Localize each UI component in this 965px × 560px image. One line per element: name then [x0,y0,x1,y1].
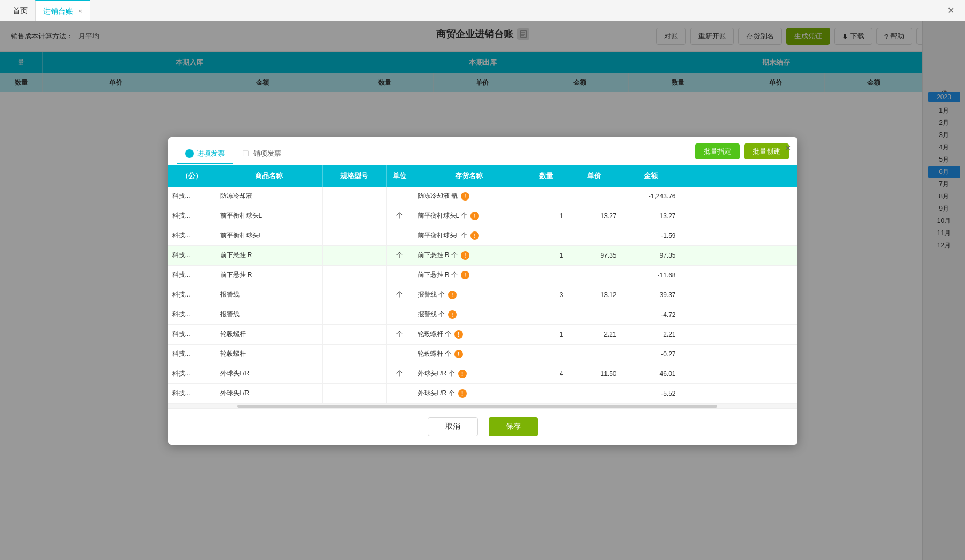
table-cell: 外球头L/R 个! [413,364,525,383]
table-cell: 个 [387,364,413,383]
cancel-button[interactable]: 取消 [428,417,478,436]
table-cell: -1.59 [621,226,680,245]
table-cell: -4.72 [621,305,680,324]
table-row[interactable]: 科技...前平衡杆球头L个前平衡杆球头L 个!113.2713.27 [168,206,797,226]
table-cell: 外球头L/R 个! [413,384,525,403]
table-cell [387,187,413,206]
table-cell: 97.35 [621,246,680,265]
table-cell: 科技... [168,246,216,265]
table-row[interactable]: 科技...前下悬挂 R前下悬挂 R 个!-11.68 [168,266,797,285]
table-cell [323,206,387,226]
modal-dialog: ↑ 进项发票 ☐ 销项发票 批量指定 批量创建 × （公） 商品名称 [168,137,797,445]
table-cell [387,305,413,324]
table-row[interactable]: 科技...报警线报警线 个!-4.72 [168,305,797,325]
table-cell [323,226,387,245]
col-unit: 单位 [387,165,413,187]
warning-icon: ! [470,231,479,240]
table-cell: 1 [525,246,568,265]
table-row[interactable]: 科技...轮毂螺杆轮毂螺杆 个!-0.27 [168,345,797,364]
table-row[interactable]: 科技...前平衡杆球头L前平衡杆球头L 个!-1.59 [168,226,797,246]
col-product-name: 商品名称 [216,165,323,187]
warning-icon: ! [461,271,469,279]
col-company: （公） [168,165,216,187]
col-amount: 金额 [621,165,680,187]
table-cell: 前平衡杆球头L 个! [413,226,525,245]
modal-header: ↑ 进项发票 ☐ 销项发票 批量指定 批量创建 × [168,137,797,165]
table-cell: 39.37 [621,285,680,305]
table-cell: 个 [387,285,413,305]
warning-icon: ! [454,330,463,339]
warning-icon: ! [461,192,469,201]
table-row[interactable]: 科技...外球头L/R外球头L/R 个!-5.52 [168,384,797,404]
table-row[interactable]: 科技...外球头L/R个外球头L/R 个!411.5046.01 [168,364,797,384]
modal-close-button[interactable]: × [785,143,791,153]
table-row[interactable]: 科技...轮毂螺杆个轮毂螺杆 个!12.212.21 [168,325,797,345]
table-cell [387,266,413,285]
table-row[interactable]: 科技...报警线个报警线 个!313.1239.37 [168,285,797,305]
table-cell: 报警线 个! [413,285,525,305]
table-cell: 前平衡杆球头L [216,206,323,226]
table-cell: 个 [387,246,413,265]
table-cell: 1 [525,325,568,344]
top-bar: 首页 进销台账 × ✕ [0,0,965,21]
table-cell: 科技... [168,325,216,344]
tab-output-invoice[interactable]: ☐ 销项发票 [233,145,290,164]
table-cell [387,384,413,403]
table-cell: -5.52 [621,384,680,403]
modal-footer: 取消 保存 [168,408,797,445]
modal-scrollbar[interactable] [168,404,797,408]
col-unit-price: 单价 [568,165,621,187]
table-cell: 科技... [168,384,216,403]
window-close-button[interactable]: ✕ [942,5,960,15]
batch-create-button[interactable]: 批量创建 [744,143,789,159]
table-cell: 科技... [168,206,216,226]
table-cell: 科技... [168,187,216,206]
scroll-thumb[interactable] [237,405,717,408]
warning-icon: ! [470,212,479,220]
table-cell: 前下悬挂 R [216,246,323,265]
warning-icon: ! [458,370,467,378]
save-button[interactable]: 保存 [489,417,538,436]
table-cell: 前下悬挂 R 个! [413,246,525,265]
table-cell: 前平衡杆球头L 个! [413,206,525,226]
table-cell: 科技... [168,364,216,383]
table-cell [323,345,387,364]
table-cell: 防冻冷却液 瓶! [413,187,525,206]
table-row[interactable]: 科技...前下悬挂 R个前下悬挂 R 个!197.3597.35 [168,246,797,266]
table-cell: 97.35 [568,246,621,265]
table-cell: 4 [525,364,568,383]
table-cell: 外球头L/R [216,364,323,383]
table-cell: 个 [387,325,413,344]
modal-table: （公） 商品名称 规格型号 单位 存货名称 数量 单价 金额 科技...防冻冷却… [168,165,797,408]
table-cell: 科技... [168,345,216,364]
table-cell: -1,243.76 [621,187,680,206]
table-cell: 13.12 [568,285,621,305]
table-cell: 防冻冷却液 [216,187,323,206]
tab-close-icon[interactable]: × [78,1,82,21]
modal-header-buttons: 批量指定 批量创建 [695,143,789,165]
table-cell: 科技... [168,226,216,245]
table-cell [387,226,413,245]
table-row[interactable]: 科技...防冻冷却液防冻冷却液 瓶!-1,243.76 [168,187,797,206]
tab-home[interactable]: 首页 [5,0,35,21]
table-cell: 报警线 [216,305,323,324]
table-cell: 报警线 [216,285,323,305]
table-cell [568,305,621,324]
tab-input-invoice[interactable]: ↑ 进项发票 [177,145,233,164]
table-cell: 3 [525,285,568,305]
table-cell: 科技... [168,305,216,324]
table-cell [525,305,568,324]
table-cell: 前下悬挂 R 个! [413,266,525,285]
table-cell: 轮毂螺杆 [216,345,323,364]
warning-icon: ! [458,389,467,398]
col-qty: 数量 [525,165,568,187]
input-invoice-icon: ↑ [185,149,194,158]
col-stock-name: 存货名称 [413,165,525,187]
table-cell [568,187,621,206]
table-cell: 13.27 [568,206,621,226]
batch-assign-button[interactable]: 批量指定 [695,143,740,159]
tab-active[interactable]: 进销台账 × [35,0,90,21]
table-cell: 2.21 [568,325,621,344]
warning-icon: ! [454,350,463,358]
table-cell: 2.21 [621,325,680,344]
